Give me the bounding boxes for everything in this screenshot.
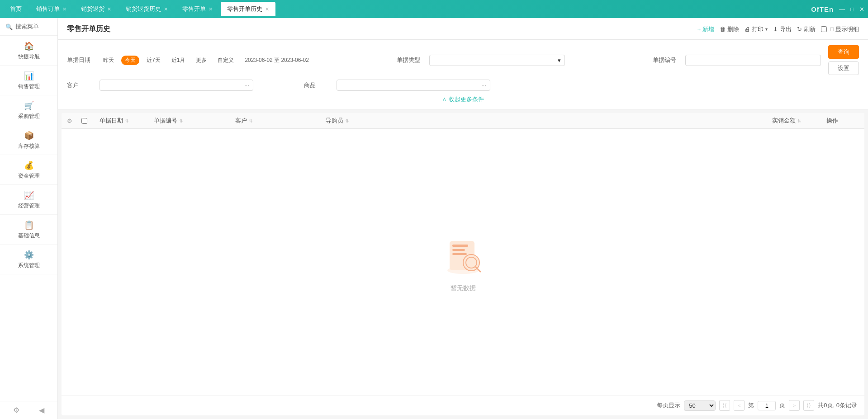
sidebar-item-system[interactable]: ⚙️ 系统管理 <box>0 245 57 274</box>
page-label-suffix: 页 <box>779 401 785 410</box>
per-page-label: 每页显示 <box>657 401 680 410</box>
col-header-amount[interactable]: 实销金额 ⇅ <box>768 117 823 125</box>
sidebar-item-operations[interactable]: 📈 经营管理 <box>0 185 57 215</box>
goods-filter-input-wrapper[interactable]: ··· <box>337 80 490 91</box>
prev-page-button[interactable]: ＜ <box>734 400 745 411</box>
print-button[interactable]: 🖨 打印 ▾ <box>745 25 768 33</box>
type-filter-select[interactable]: ▾ <box>429 55 565 66</box>
last-page-button[interactable]: ⟩⟩ <box>803 400 814 411</box>
sidebar-search[interactable]: 🔍 搜索菜单 <box>0 18 57 36</box>
sort-icon[interactable]: ⇅ <box>797 118 801 123</box>
new-button-label: + 新增 <box>697 25 714 33</box>
sidebar-item-label: 资金管理 <box>18 172 40 180</box>
col-header-customer[interactable]: 客户 ⇅ <box>232 117 322 125</box>
col-date-label: 单据日期 <box>100 117 123 125</box>
sidebar-item-quicknav[interactable]: 🏠 快捷导航 <box>0 36 57 66</box>
delete-button-label: 🗑 删除 <box>720 25 739 33</box>
sort-icon[interactable]: ⇅ <box>125 118 128 123</box>
date-range-display: 2023-06-02 至 2023-06-02 <box>245 56 308 64</box>
collapse-button[interactable]: ∧ 收起更多条件 <box>442 95 484 104</box>
tab-sales-order[interactable]: 销售订单 ✕ <box>30 2 73 16</box>
sidebar-item-label: 销售管理 <box>18 83 40 90</box>
customer-filter-input-wrapper[interactable]: ··· <box>100 80 253 91</box>
display-detail-button[interactable]: □ 显示明细 <box>821 25 859 33</box>
display-detail-label: □ 显示明细 <box>830 25 859 33</box>
date-btn-yesterday[interactable]: 昨天 <box>100 56 118 65</box>
per-page-select[interactable]: 50 20 100 <box>684 400 716 411</box>
maximize-button[interactable]: □ <box>850 6 854 13</box>
settings-icon[interactable]: ⚙ <box>13 406 19 414</box>
export-button[interactable]: ⬇ 导出 <box>773 25 792 33</box>
svg-rect-2 <box>452 245 468 247</box>
filter-area: 单据日期 昨天 今天 近7天 近1月 更多 自定义 2023-06-02 至 2… <box>58 40 868 109</box>
col-header-ops: 操作 <box>823 117 859 125</box>
sidebar-item-finance[interactable]: 💰 资金管理 <box>0 155 57 185</box>
display-detail-checkbox[interactable] <box>821 26 827 32</box>
date-btn-1month[interactable]: 近1月 <box>168 56 189 65</box>
col-num-label: 单据编号 <box>154 117 177 125</box>
select-all-checkbox[interactable] <box>81 118 87 124</box>
sidebar-item-sales[interactable]: 📊 销售管理 <box>0 66 57 95</box>
goods-dots[interactable]: ··· <box>481 82 486 89</box>
date-btn-today[interactable]: 今天 <box>121 56 139 65</box>
sort-icon[interactable]: ⇅ <box>249 118 252 123</box>
window-controls: OfTEn — □ ✕ <box>811 5 864 13</box>
sidebar-bottom: ⚙ ◀ <box>0 401 57 419</box>
filter-row-date: 单据日期 昨天 今天 近7天 近1月 更多 自定义 2023-06-02 至 2… <box>67 45 859 75</box>
sidebar-item-label: 经营管理 <box>18 202 40 210</box>
col-header-num[interactable]: 单据编号 ⇅ <box>150 117 232 125</box>
date-btn-custom[interactable]: 自定义 <box>214 56 237 65</box>
chevron-down-icon: ▾ <box>558 57 561 64</box>
sidebar-item-purchase[interactable]: 🛒 采购管理 <box>0 95 57 125</box>
empty-state-illustration <box>441 232 486 277</box>
tab-retail-history[interactable]: 零售开单历史 ✕ <box>221 2 275 16</box>
inventory-icon: 📦 <box>24 131 34 141</box>
col-header-date[interactable]: 单据日期 ⇅ <box>96 117 150 125</box>
close-icon[interactable]: ✕ <box>62 6 66 12</box>
chevron-down-icon: ▾ <box>765 27 768 32</box>
sidebar-item-label: 基础信息 <box>18 232 40 240</box>
tab-sales-return[interactable]: 销货退货 ✕ <box>75 2 118 16</box>
sidebar: 🔍 搜索菜单 🏠 快捷导航 📊 销售管理 🛒 采购管理 📦 库存核算 💰 资金管… <box>0 18 58 419</box>
collapse-sidebar-icon[interactable]: ◀ <box>39 406 44 414</box>
sidebar-item-label: 采购管理 <box>18 113 40 120</box>
tab-home[interactable]: 首页 <box>4 2 28 16</box>
sort-icon[interactable]: ⇅ <box>345 118 349 123</box>
tab-sales-return-history[interactable]: 销货退货历史 ✕ <box>119 2 174 16</box>
close-icon[interactable]: ✕ <box>107 6 111 12</box>
goods-filter-label: 商品 <box>304 81 329 89</box>
delete-button[interactable]: 🗑 删除 <box>720 25 739 33</box>
date-btn-more[interactable]: 更多 <box>192 56 210 65</box>
query-button[interactable]: 查询 <box>828 45 859 59</box>
close-icon[interactable]: ✕ <box>265 6 269 12</box>
close-icon[interactable]: ✕ <box>164 6 168 12</box>
purchase-icon: 🛒 <box>24 101 34 111</box>
date-filters: 昨天 今天 近7天 近1月 更多 自定义 <box>100 56 237 65</box>
date-filter-label: 单据日期 <box>67 56 92 64</box>
sidebar-item-inventory[interactable]: 📦 库存核算 <box>0 125 57 155</box>
col-header-guide[interactable]: 导购员 ⇅ <box>322 117 376 125</box>
close-icon[interactable]: ✕ <box>209 6 213 12</box>
tab-home-label: 首页 <box>10 5 22 13</box>
sort-icon[interactable]: ⇅ <box>179 118 183 123</box>
page-label-prefix: 第 <box>748 401 754 410</box>
close-window-button[interactable]: ✕ <box>859 6 864 13</box>
select-all-checkbox-wrapper[interactable] <box>81 118 96 124</box>
minimize-button[interactable]: — <box>839 6 845 13</box>
refresh-button[interactable]: ↻ 刷新 <box>797 25 816 33</box>
next-page-button[interactable]: ＞ <box>789 400 800 411</box>
sidebar-item-basic-info[interactable]: 📋 基础信息 <box>0 215 57 245</box>
date-btn-7days[interactable]: 近7天 <box>143 56 164 65</box>
page-title: 零售开单历史 <box>67 24 110 39</box>
tab-retail-order[interactable]: 零售开单 ✕ <box>176 2 219 16</box>
new-button[interactable]: + 新增 <box>697 25 714 33</box>
page-number-input[interactable]: 1 <box>758 401 776 410</box>
num-filter-input[interactable] <box>685 55 821 66</box>
first-page-button[interactable]: ⟨⟨ <box>719 400 730 411</box>
column-settings-icon[interactable]: ⚙ <box>67 118 81 124</box>
sidebar-item-label: 快捷导航 <box>18 53 40 61</box>
settings-button[interactable]: 设置 <box>828 61 859 75</box>
customer-dots[interactable]: ··· <box>244 82 249 89</box>
sidebar-item-label: 系统管理 <box>18 262 40 269</box>
col-amount-label: 实销金额 <box>772 117 796 125</box>
